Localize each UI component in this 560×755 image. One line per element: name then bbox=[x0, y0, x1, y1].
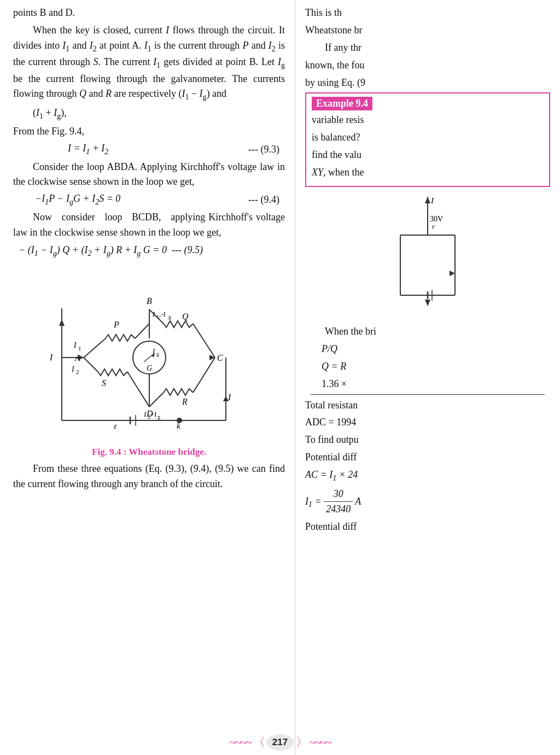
equation-93: I = I1 + I2 --- (9.3) bbox=[13, 143, 285, 156]
para-right-top5: by using Eq. (9 bbox=[305, 75, 550, 91]
right-i1-frac: I1 = 30 24340 A bbox=[305, 487, 550, 518]
svg-text:ε: ε bbox=[432, 223, 435, 230]
para-loop-abda: Consider the loop ABDA. Applying Kirchho… bbox=[13, 160, 285, 190]
example-title: Example 9.4 bbox=[312, 97, 372, 110]
right-pot-diff1: Potential diff bbox=[305, 450, 550, 465]
example-box: Example 9.4 variable resis is balanced? … bbox=[305, 92, 550, 187]
divider-line bbox=[311, 394, 545, 395]
svg-text:S: S bbox=[102, 378, 106, 388]
wave-decoration-right: 〉 bbox=[296, 734, 307, 751]
svg-text:,-I: ,-I bbox=[159, 310, 166, 318]
svg-text:B: B bbox=[147, 296, 152, 306]
para-right-top4: known, the fou bbox=[305, 58, 550, 73]
wave-decoration-right2: ~~~~ bbox=[309, 735, 331, 750]
right-find-out: To find outpu bbox=[305, 432, 550, 448]
svg-text:1: 1 bbox=[78, 345, 81, 352]
right-q: Q = R bbox=[322, 359, 550, 374]
para-right-top3: If any thr bbox=[305, 40, 550, 56]
svg-text:I: I bbox=[143, 410, 147, 418]
svg-text:2: 2 bbox=[76, 368, 79, 375]
eq2-num: --- (9.4) bbox=[248, 194, 279, 206]
svg-text:30V: 30V bbox=[430, 215, 443, 223]
svg-text:R: R bbox=[182, 397, 188, 406]
para-points: points B and D. bbox=[13, 5, 285, 21]
svg-text:P: P bbox=[113, 320, 119, 329]
svg-text:Q: Q bbox=[182, 312, 189, 321]
example-text1: variable resis bbox=[312, 113, 544, 128]
page-container: points B and D. When the key is closed, … bbox=[0, 0, 560, 755]
svg-marker-25 bbox=[59, 319, 65, 326]
wheatstone-bridge-figure: P Q S R bbox=[29, 265, 270, 440]
example-text3: find the valu bbox=[312, 148, 544, 163]
right-num: 1.36 × bbox=[322, 377, 550, 392]
eq1-lhs: I = I1 + I2 bbox=[68, 143, 108, 156]
svg-line-3 bbox=[84, 338, 106, 358]
example-text4: XY, when the bbox=[312, 165, 544, 180]
svg-text:+I: +I bbox=[150, 410, 157, 418]
svg-line-10 bbox=[84, 358, 98, 372]
page-number-bar: ~~~~ 〈 217 〉 ~~~~ bbox=[229, 734, 330, 751]
right-pot-diff2: Potential diff bbox=[305, 519, 550, 535]
eq2-lhs: −I1P − IgG + I2S = 0 bbox=[35, 193, 120, 207]
para-from-fig: From the Fig. 9.4, bbox=[13, 124, 285, 139]
svg-text:g: g bbox=[168, 314, 171, 320]
wave-decoration-left2: 〈 bbox=[253, 734, 264, 751]
svg-marker-69 bbox=[450, 271, 455, 276]
right-total-res: Total resistan bbox=[305, 398, 550, 413]
svg-marker-56 bbox=[425, 197, 430, 203]
svg-text:I: I bbox=[152, 347, 155, 355]
right-column: This is th Wheatstone br If any thr know… bbox=[295, 0, 560, 755]
svg-line-11 bbox=[127, 372, 149, 407]
wave-decoration-left: ~~~~ bbox=[229, 735, 251, 750]
circuit-svg: P Q S R bbox=[29, 265, 270, 434]
svg-line-4 bbox=[135, 324, 149, 338]
para-key-closed: When the key is closed, current I flows … bbox=[13, 23, 285, 103]
svg-text:I: I bbox=[49, 353, 53, 362]
para-right-top2: Wheatstone br bbox=[305, 23, 550, 38]
svg-text:G: G bbox=[147, 364, 152, 372]
svg-text:I: I bbox=[71, 365, 75, 373]
svg-text:ε: ε bbox=[114, 422, 117, 430]
svg-marker-70 bbox=[425, 300, 430, 306]
left-column: points B and D. When the key is closed, … bbox=[0, 0, 295, 755]
right-adc: ADC = 1994 bbox=[305, 415, 550, 430]
svg-text:g: g bbox=[156, 351, 159, 357]
svg-text:I: I bbox=[73, 341, 77, 349]
right-circuit-svg: I 30V ε bbox=[384, 191, 471, 317]
para-three-equations: From these three equations (Eq. (9.3), (… bbox=[13, 461, 285, 492]
eq1-num: --- (9.3) bbox=[248, 144, 279, 155]
fig-label: Fig. 9.4 : Wheatstone bridge. bbox=[13, 445, 285, 459]
svg-line-8 bbox=[193, 324, 215, 358]
svg-text:C: C bbox=[217, 353, 223, 362]
example-text2: is balanced? bbox=[312, 130, 544, 145]
para-when-bri: When the bri bbox=[305, 324, 550, 340]
para-right-top1: This is th bbox=[305, 5, 550, 21]
page-number: 217 bbox=[266, 734, 294, 751]
svg-text:I: I bbox=[228, 393, 231, 402]
equation-94: −I1P − IgG + I2S = 0 --- (9.4) bbox=[13, 193, 285, 207]
para-ig-plus: (I1 + Ig), bbox=[33, 106, 285, 122]
right-circuit-diagram: I 30V ε bbox=[384, 191, 471, 320]
right-pq: P/Q bbox=[322, 342, 550, 357]
svg-text:I: I bbox=[430, 196, 434, 205]
svg-text:g: g bbox=[158, 414, 160, 420]
svg-line-13 bbox=[149, 393, 164, 407]
equation-95: − (I1 − Ig) Q + (I2 + Ig) R + Ig G = 0 -… bbox=[19, 243, 285, 259]
right-ac-eq: AC = I1 × 24 bbox=[305, 467, 550, 484]
svg-text:k: k bbox=[177, 422, 180, 430]
svg-text:A: A bbox=[74, 353, 80, 362]
para-loop-bcdb: Now consider loop BCDB, applying Kirchho… bbox=[13, 210, 285, 241]
svg-line-14 bbox=[193, 358, 215, 393]
svg-text:I: I bbox=[152, 310, 155, 318]
